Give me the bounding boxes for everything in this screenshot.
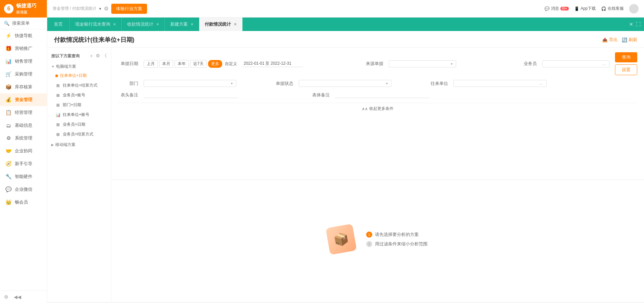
this-year-btn[interactable]: 本年 bbox=[175, 60, 189, 68]
user-avatar[interactable] bbox=[629, 4, 639, 13]
trial-btn[interactable]: 体验行业方案 bbox=[111, 4, 147, 14]
sidebar-item-label: 畅会员 bbox=[15, 199, 28, 205]
doc-status-select[interactable]: ▾ bbox=[299, 80, 391, 87]
tab-close-icon[interactable]: ✕ bbox=[191, 22, 194, 27]
sidebar-item-operation[interactable]: 📋 经营管理 bbox=[0, 106, 47, 119]
settings-gear-btn[interactable]: ⚙ bbox=[104, 5, 109, 12]
export-btn[interactable]: 📤 导出 bbox=[602, 37, 618, 43]
tab-close-icon[interactable]: ✕ bbox=[113, 22, 116, 27]
sidebar-item-hardware[interactable]: 🔧 智能硬件 bbox=[0, 170, 47, 183]
scheme-item-contact-settle[interactable]: ⊞ 往来单位+结算方式 bbox=[47, 81, 111, 90]
empty-tip-2: 2 用过滤条件来缩小分析范围 bbox=[366, 241, 428, 247]
logo-text: 畅捷通巧 bbox=[16, 3, 36, 9]
tab-maximize-icon[interactable]: ⛶ bbox=[636, 22, 641, 27]
sidebar-item-marketing[interactable]: 🎁 营销推广 bbox=[0, 42, 47, 55]
refresh-btn[interactable]: 🔄 刷新 bbox=[622, 37, 637, 43]
app-download-btn[interactable]: 📱 App下载 bbox=[574, 6, 596, 11]
mobile-scheme-title[interactable]: ▶ 移动端方案 bbox=[47, 141, 111, 149]
tab-home[interactable]: 首页 bbox=[47, 18, 70, 31]
this-month-btn[interactable]: 本月 bbox=[159, 60, 173, 68]
date-input[interactable] bbox=[242, 61, 303, 67]
scheme-item-contact-date[interactable]: 往来单位+日期 bbox=[47, 71, 111, 81]
collapse-label: 收起更多条件 bbox=[369, 106, 393, 112]
tab-receipt-stat[interactable]: 收款情况统计 ✕ bbox=[122, 18, 165, 31]
tab-new-scheme[interactable]: 新建方案 ✕ bbox=[165, 18, 199, 31]
marketing-icon: 🎁 bbox=[5, 46, 11, 52]
sidebar-search[interactable]: 🔍 搜索菜单 bbox=[0, 18, 47, 29]
query-btn[interactable]: 查询 bbox=[615, 52, 637, 62]
scheme-item-label: 部门+日期 bbox=[63, 102, 81, 108]
sidebar-item-label: 销售管理 bbox=[15, 58, 32, 64]
collapse-arrow-icon: ▼ bbox=[51, 65, 55, 68]
breadcrumb-dropdown[interactable]: ▾ bbox=[99, 6, 101, 11]
chevron-down-icon: ▾ bbox=[451, 62, 452, 66]
sidebar-item-label: 营销推广 bbox=[15, 46, 32, 52]
collapse-btn[interactable]: ∧∧ 收起更多条件 bbox=[362, 106, 393, 112]
finance-icon: 💰 bbox=[5, 97, 11, 103]
scheme-panel: 按以下方案查询 ＋ ⚙ 《 ▼ 电脑端方案 往来单位+日期 ⊞ bbox=[47, 48, 111, 302]
add-scheme-btn[interactable]: ＋ bbox=[89, 53, 94, 59]
sidebar-item-enterprise[interactable]: 🤝 企业协同 bbox=[0, 145, 47, 157]
desktop-scheme-label: 电脑端方案 bbox=[56, 64, 76, 69]
body-note-input[interactable] bbox=[335, 92, 430, 98]
header-note-input[interactable] bbox=[144, 92, 238, 98]
chevron-down-icon: ▾ bbox=[99, 6, 101, 11]
mobile-scheme-group: ▶ 移动端方案 bbox=[47, 141, 111, 149]
sidebar-nav: ⚡ 快捷导航 🎁 营销推广 📊 销售管理 🛒 采购管理 📦 库存核算 💰 资金管… bbox=[0, 29, 47, 291]
operation-icon: 📋 bbox=[5, 110, 11, 116]
more-btn[interactable]: 更多 bbox=[208, 60, 222, 68]
body-note-label: 表体备注 bbox=[310, 92, 330, 98]
ellipsis-icon: … bbox=[539, 82, 543, 85]
sidebar-item-member[interactable]: 👑 畅会员 bbox=[0, 196, 47, 209]
dept-select[interactable]: ▾ bbox=[144, 80, 236, 87]
sidebar-item-finance[interactable]: 💰 资金管理 bbox=[0, 93, 47, 106]
purchase-icon: 🛒 bbox=[5, 71, 11, 77]
tip-num-1: 1 bbox=[366, 232, 372, 238]
tab-close-icon[interactable]: ✕ bbox=[234, 22, 237, 27]
scheme-item-dept-date[interactable]: ⊞ 部门+日期 bbox=[47, 100, 111, 110]
chevron-down-icon: ▾ bbox=[386, 82, 388, 85]
scheme-item-staff-date[interactable]: ⊞ 业务员+日期 bbox=[47, 120, 111, 129]
last-month-btn[interactable]: 上月 bbox=[144, 60, 158, 68]
contact-select[interactable]: … bbox=[453, 80, 546, 87]
source-label: 来源单据 bbox=[363, 61, 383, 67]
expand-arrow-icon: ▶ bbox=[51, 143, 54, 147]
mobile-scheme-label: 移动端方案 bbox=[55, 142, 76, 148]
staff-select[interactable]: … bbox=[542, 60, 610, 67]
sidebar-item-quick-nav[interactable]: ⚡ 快捷导航 bbox=[0, 29, 47, 42]
sidebar-item-label: 快捷导航 bbox=[15, 33, 32, 39]
hardware-icon: 🔧 bbox=[5, 174, 11, 180]
sidebar-item-guide[interactable]: 🧭 新手引导 bbox=[0, 157, 47, 170]
source-select[interactable]: ▾ bbox=[389, 60, 456, 67]
search-label: 搜索菜单 bbox=[12, 20, 30, 26]
sidebar-item-basic[interactable]: 🗂 基础信息 bbox=[0, 119, 47, 132]
active-indicator bbox=[55, 74, 58, 77]
tip-text-2: 用过滤条件来缩小分析范围 bbox=[375, 241, 428, 247]
tab-bank-flow[interactable]: 现金银行流水查询 ✕ bbox=[70, 18, 122, 31]
messages-btn[interactable]: 💬 消息 99+ bbox=[545, 6, 569, 11]
online-service-btn[interactable]: 🎧 在线客服 bbox=[601, 6, 624, 11]
sidebar-item-system[interactable]: ⚙ 系统管理 bbox=[0, 132, 47, 145]
collapse-scheme-btn[interactable]: 《 bbox=[102, 53, 107, 59]
desktop-scheme-title[interactable]: ▼ 电脑端方案 bbox=[47, 62, 111, 71]
scheme-header: 按以下方案查询 ＋ ⚙ 《 bbox=[47, 51, 111, 62]
sidebar-item-wechat[interactable]: 💬 企业微信 bbox=[0, 183, 47, 196]
sidebar-item-sales[interactable]: 📊 销售管理 bbox=[0, 55, 47, 68]
manage-scheme-btn[interactable]: ⚙ bbox=[96, 53, 100, 59]
footer-collapse-btn[interactable]: ◀◀ bbox=[14, 294, 21, 300]
scheme-item-staff-account[interactable]: ⊞ 业务员+账号 bbox=[47, 90, 111, 100]
footer-settings-btn[interactable]: ⚙ bbox=[4, 294, 8, 300]
tab-payment-stat-label: 付款情况统计 bbox=[205, 21, 231, 27]
last-7-btn[interactable]: 近7天 bbox=[190, 60, 207, 68]
date-range-btns: 上月 本月 本年 近7天 更多 自定义 bbox=[144, 60, 237, 68]
sidebar-item-purchase[interactable]: 🛒 采购管理 bbox=[0, 68, 47, 81]
scheme-item-contact-account[interactable]: 📊 往来单位+账号 bbox=[47, 110, 111, 120]
tab-close-icon[interactable]: ✕ bbox=[156, 22, 159, 27]
tab-payment-stat[interactable]: 付款情况统计 ✕ bbox=[199, 18, 242, 31]
filter-actions: 查询 设置 bbox=[615, 52, 637, 75]
tab-close-all-icon[interactable]: ✕ bbox=[629, 22, 633, 27]
scheme-item-staff-settle[interactable]: ⊞ 业务员+结算方式 bbox=[47, 129, 111, 139]
setting-btn[interactable]: 设置 bbox=[615, 64, 637, 75]
right-panel: 单据日期 上月 本月 本年 近7天 更多 自定义 来源单据 ▾ bbox=[111, 48, 644, 302]
sidebar-item-stock[interactable]: 📦 库存核算 bbox=[0, 81, 47, 93]
